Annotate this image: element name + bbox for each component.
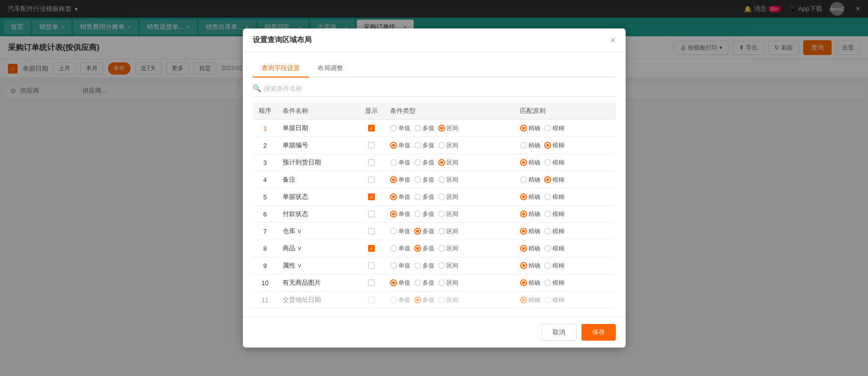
modal-title: 设置查询区域布局 bbox=[253, 35, 312, 45]
modal-overlay[interactable]: 设置查询区域布局 × 查询字段设置 布局调整 🔍 bbox=[0, 0, 868, 104]
th-match-rule: 匹配原则 bbox=[515, 103, 615, 104]
th-display: 显示 bbox=[358, 103, 385, 104]
modal-body: 查询字段设置 布局调整 🔍 顺序 条件名称 显示 bbox=[243, 52, 626, 104]
th-condition-name: 条件名称 bbox=[278, 103, 358, 104]
modal-table: 顺序 条件名称 显示 条件类型 匹配原则 1单据日期单值多值区间精确模糊2单据编… bbox=[253, 103, 616, 104]
th-order: 顺序 bbox=[253, 103, 278, 104]
search-icon: 🔍 bbox=[253, 84, 261, 92]
tab-layout-adjust[interactable]: 布局调整 bbox=[309, 60, 352, 78]
search-input[interactable] bbox=[264, 85, 362, 92]
modal-search-area: 🔍 bbox=[253, 84, 616, 97]
th-condition-type: 条件类型 bbox=[385, 103, 515, 104]
modal-header: 设置查询区域布局 × bbox=[243, 28, 626, 52]
modal-close-button[interactable]: × bbox=[610, 36, 616, 45]
modal-tabs: 查询字段设置 布局调整 bbox=[253, 60, 616, 78]
tab-query-fields[interactable]: 查询字段设置 bbox=[253, 60, 309, 78]
settings-modal: 设置查询区域布局 × 查询字段设置 布局调整 🔍 bbox=[243, 28, 626, 104]
